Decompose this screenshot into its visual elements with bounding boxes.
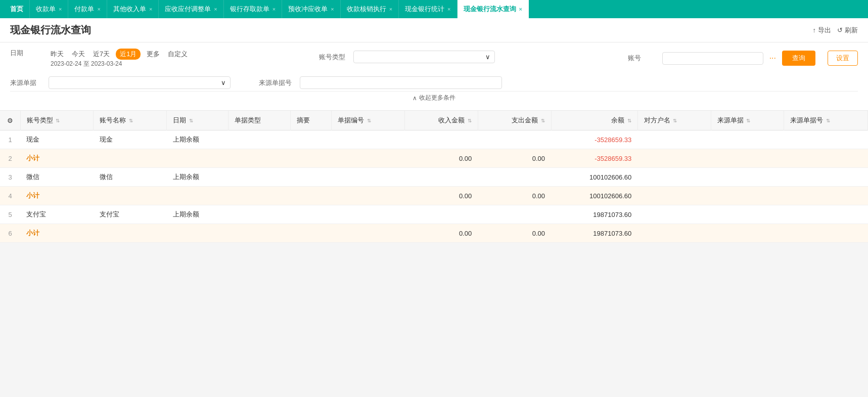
col-account-name[interactable]: 账号名称 ⇅ xyxy=(94,111,167,130)
close-cash-bank-stat-tab[interactable]: × xyxy=(447,6,450,12)
col-doc-no[interactable]: 单据编号 ⇅ xyxy=(332,111,405,130)
close-bank-deposit-tab[interactable]: × xyxy=(272,6,276,12)
cell-income xyxy=(404,205,478,224)
close-receipt-exec-tab[interactable]: × xyxy=(389,6,392,12)
table-header-row: ⚙ 账号类型 ⇅ 账号名称 ⇅ 日期 ⇅ 单据类型 摘要 xyxy=(0,111,868,130)
cell-source-doc xyxy=(711,187,784,205)
col-expense[interactable]: 支出金额 ⇅ xyxy=(478,111,551,130)
account-dots-button[interactable]: ··· xyxy=(767,54,778,63)
nav-tab-receipt[interactable]: 收款单 × xyxy=(30,0,68,18)
col-income[interactable]: 收入金额 ⇅ xyxy=(404,111,478,130)
date-filter-label: 日期 xyxy=(10,49,40,58)
cell-counterparty xyxy=(637,224,711,243)
account-type-label: 账号类型 xyxy=(319,53,349,62)
nav-tab-bank-deposit[interactable]: 银行存取款单 × xyxy=(224,0,282,18)
filter-area: 日期 昨天 今天 近7天 近1月 更多 自定义 2023-02-24 至 202… xyxy=(0,42,868,111)
cell-no: 4 xyxy=(0,187,20,205)
date-range-display: 2023-02-24 至 2023-03-24 xyxy=(51,60,190,68)
date-7days[interactable]: 近7天 xyxy=(91,49,112,60)
nav-tab-receipt-exec[interactable]: 收款核销执行 × xyxy=(341,0,399,18)
close-receipt-tab[interactable]: × xyxy=(59,6,62,12)
collapse-filter-bar[interactable]: ∧ 收起更多条件 xyxy=(10,91,858,104)
cell-income xyxy=(404,168,478,187)
cell-doc-no xyxy=(332,205,405,224)
cell-source-doc-no xyxy=(784,205,868,224)
settings-button[interactable]: 设置 xyxy=(828,51,858,66)
close-other-income-tab[interactable]: × xyxy=(149,6,152,12)
date-yesterday[interactable]: 昨天 xyxy=(49,49,66,60)
close-cash-bank-flow-tab[interactable]: × xyxy=(519,6,522,12)
close-advance-offset-tab[interactable]: × xyxy=(331,6,334,12)
nav-home[interactable]: 首页 xyxy=(4,0,30,18)
cell-doc-type xyxy=(228,130,290,149)
cell-source-doc-no xyxy=(784,130,868,149)
cell-account-type: 小计 xyxy=(20,149,94,168)
cell-summary xyxy=(290,130,331,149)
col-date[interactable]: 日期 ⇅ xyxy=(167,111,228,130)
cell-account-type: 小计 xyxy=(20,187,94,205)
cell-source-doc-no xyxy=(784,224,868,243)
query-button[interactable]: 查询 xyxy=(782,51,815,66)
nav-tab-ar-ap-adj[interactable]: 应收应付调整单 × xyxy=(159,0,223,18)
col-doc-type[interactable]: 单据类型 xyxy=(228,111,290,130)
nav-tab-cash-bank-flow[interactable]: 现金银行流水查询 × xyxy=(458,0,529,18)
sort-date-icon: ⇅ xyxy=(189,118,193,123)
nav-tab-other-income[interactable]: 其他收入单 × xyxy=(107,0,159,18)
col-account-type[interactable]: 账号类型 ⇅ xyxy=(20,111,94,130)
table-row[interactable]: 1 现金 现金 上期余额 -3528659.33 xyxy=(0,130,868,149)
cell-date: 上期余额 xyxy=(167,168,228,187)
col-counterparty[interactable]: 对方户名 ⇅ xyxy=(637,111,711,130)
close-ar-ap-adj-tab[interactable]: × xyxy=(214,6,217,12)
export-icon: ↑ xyxy=(813,26,816,34)
cell-summary xyxy=(290,205,331,224)
cell-doc-type xyxy=(228,149,290,168)
nav-tab-cash-bank-stat[interactable]: 现金银行统计 × xyxy=(399,0,457,18)
data-table-container: ⚙ 账号类型 ⇅ 账号名称 ⇅ 日期 ⇅ 单据类型 摘要 xyxy=(0,111,868,243)
col-settings[interactable]: ⚙ xyxy=(0,111,20,130)
date-1month[interactable]: 近1月 xyxy=(116,49,141,60)
cell-summary xyxy=(290,149,331,168)
cell-income xyxy=(404,130,478,149)
cell-account-type: 微信 xyxy=(20,168,94,187)
source-doc-no-input[interactable] xyxy=(300,76,502,89)
account-type-select[interactable]: ∨ xyxy=(353,51,495,63)
date-more[interactable]: 更多 xyxy=(145,49,162,60)
table-row[interactable]: 6 小计 0.00 0.00 19871073.60 xyxy=(0,224,868,243)
source-doc-label: 来源单据 xyxy=(10,78,40,87)
col-balance[interactable]: 余额 ⇅ xyxy=(551,111,637,130)
sort-expense-icon: ⇅ xyxy=(541,118,545,123)
account-label: 账号 xyxy=(628,54,658,63)
cell-date: 上期余额 xyxy=(167,205,228,224)
account-type-chevron: ∨ xyxy=(485,53,490,61)
cell-no: 5 xyxy=(0,205,20,224)
cell-balance: 100102606.60 xyxy=(551,187,637,205)
source-doc-chevron: ∨ xyxy=(221,79,226,86)
table-row[interactable]: 4 小计 0.00 0.00 100102606.60 xyxy=(0,187,868,205)
page-header: 现金银行流水查询 ↑ 导出 ↺ 刷新 xyxy=(0,18,868,42)
cell-doc-type xyxy=(228,224,290,243)
nav-tab-advance-offset[interactable]: 预收冲应收单 × xyxy=(282,0,340,18)
cell-source-doc-no xyxy=(784,168,868,187)
cell-account-type: 支付宝 xyxy=(20,205,94,224)
col-source-doc-no[interactable]: 来源单据号 ⇅ xyxy=(784,111,868,130)
cell-expense xyxy=(478,205,551,224)
cell-income: 0.00 xyxy=(404,224,478,243)
col-source-doc[interactable]: 来源单据 ⇅ xyxy=(711,111,784,130)
cell-source-doc xyxy=(711,149,784,168)
date-today[interactable]: 今天 xyxy=(70,49,87,60)
nav-tab-payment[interactable]: 付款单 × xyxy=(68,0,107,18)
account-input[interactable] xyxy=(662,52,763,65)
table-row[interactable]: 3 微信 微信 上期余额 100102606.60 xyxy=(0,168,868,187)
table-row[interactable]: 5 支付宝 支付宝 上期余额 19871073.60 xyxy=(0,205,868,224)
cell-doc-no xyxy=(332,168,405,187)
source-doc-select[interactable]: ∨ xyxy=(49,76,231,89)
cell-balance: -3528659.33 xyxy=(551,130,637,149)
cell-summary xyxy=(290,168,331,187)
export-button[interactable]: ↑ 导出 xyxy=(813,26,832,35)
table-body: 1 现金 现金 上期余额 -3528659.33 2 小计 0.00 0.00 … xyxy=(0,130,868,243)
close-payment-tab[interactable]: × xyxy=(97,6,100,12)
col-summary[interactable]: 摘要 xyxy=(290,111,331,130)
table-row[interactable]: 2 小计 0.00 0.00 -3528659.33 xyxy=(0,149,868,168)
refresh-button[interactable]: ↺ 刷新 xyxy=(837,26,858,35)
date-custom[interactable]: 自定义 xyxy=(166,49,190,60)
